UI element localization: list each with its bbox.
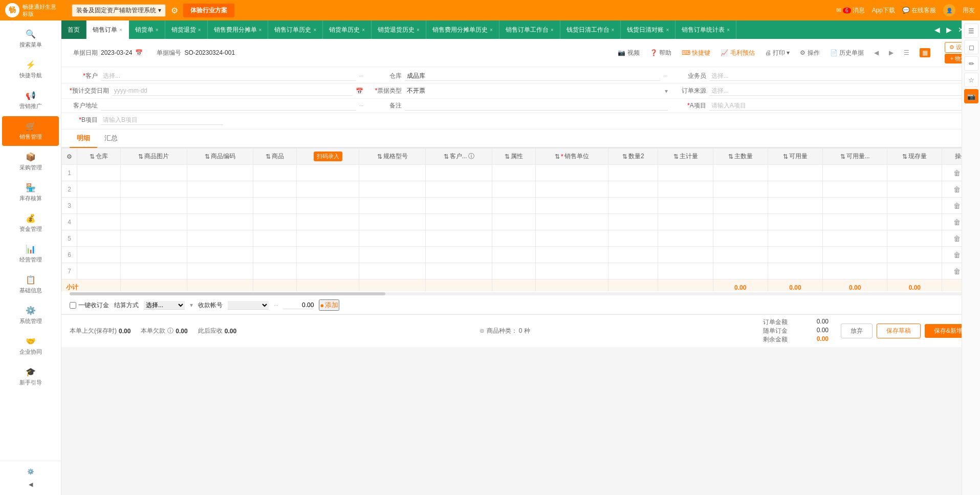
row-customer-code-2[interactable] bbox=[426, 181, 492, 198]
row-attribute-6[interactable] bbox=[492, 247, 536, 263]
tab-close-return[interactable]: × bbox=[198, 27, 201, 33]
history-icon[interactable]: 📄 历史单据 bbox=[830, 49, 864, 57]
row-main-unit-5[interactable] bbox=[658, 230, 713, 247]
sidebar-settings-btn[interactable]: ⚙️ bbox=[0, 465, 61, 478]
system-title[interactable]: 装备及固定资产辅助管理系统 ▾ bbox=[72, 4, 166, 17]
th-main-unit[interactable]: ⇅ 主计量 bbox=[658, 148, 713, 165]
delivery-calendar-icon[interactable]: 📅 bbox=[356, 88, 363, 95]
row-available2-7[interactable] bbox=[823, 263, 887, 279]
amount-input[interactable] bbox=[283, 302, 314, 309]
row-product-image-4[interactable] bbox=[120, 214, 187, 230]
tab-order-history[interactable]: 销售订单历史 × bbox=[268, 20, 323, 39]
help-icon[interactable]: ❓ 帮助 bbox=[650, 49, 671, 57]
row-unit-2[interactable] bbox=[535, 181, 608, 198]
row-available2-5[interactable] bbox=[823, 230, 887, 247]
tab-close-order-history[interactable]: × bbox=[313, 27, 316, 33]
b-project-input[interactable] bbox=[101, 115, 223, 125]
th-qty2[interactable]: ⇅ 数量2 bbox=[608, 148, 658, 165]
row-product-name-5[interactable] bbox=[253, 230, 297, 247]
row-delete-icon-6[interactable]: 🗑 bbox=[953, 251, 961, 259]
row-product-image-6[interactable] bbox=[120, 247, 187, 263]
row-warehouse-2[interactable] bbox=[77, 181, 121, 198]
row-warehouse-7[interactable] bbox=[77, 263, 121, 279]
account-select[interactable] bbox=[228, 301, 269, 310]
row-attribute-2[interactable] bbox=[492, 181, 536, 198]
row-delete-icon-4[interactable]: 🗑 bbox=[953, 218, 961, 226]
row-available-4[interactable] bbox=[768, 214, 822, 230]
row-product-code-2[interactable] bbox=[187, 181, 253, 198]
row-available-3[interactable] bbox=[768, 198, 822, 214]
row-main-unit-4[interactable] bbox=[658, 214, 713, 230]
th-customer-code[interactable]: ⇅ 客户... ⓘ bbox=[426, 148, 492, 165]
tab-close-invoice[interactable]: × bbox=[156, 27, 159, 33]
profit-forecast-icon[interactable]: 📈 毛利预估 bbox=[721, 49, 754, 57]
message-icon[interactable]: ✉ 6 消息 bbox=[836, 6, 865, 15]
row-main-qty-6[interactable] bbox=[713, 247, 768, 263]
tab-invoice-history[interactable]: 销货单历史 × bbox=[323, 20, 372, 39]
shortcut-icon[interactable]: ⌨ 快捷键 bbox=[682, 49, 710, 57]
row-unit-3[interactable] bbox=[535, 198, 608, 214]
tab-daily-workbench[interactable]: 钱货日清工作台 × bbox=[560, 20, 621, 39]
row-main-qty-2[interactable] bbox=[713, 181, 768, 198]
add-payment-button[interactable]: ● 添加 bbox=[319, 299, 339, 311]
row-main-qty-7[interactable] bbox=[713, 263, 768, 279]
tab-close-invoice-history[interactable]: × bbox=[362, 27, 365, 33]
row-main-qty-4[interactable] bbox=[713, 214, 768, 230]
tab-close-expense-split[interactable]: × bbox=[259, 27, 262, 33]
row-warehouse-3[interactable] bbox=[77, 198, 121, 214]
view-icon[interactable]: 📷 视频 bbox=[618, 49, 639, 57]
tab-expense-split[interactable]: 销售费用分摊单 × bbox=[208, 20, 269, 39]
sidebar-item-finance[interactable]: 💰 资金管理 bbox=[2, 208, 59, 238]
right-icon-list[interactable]: ☰ bbox=[964, 24, 978, 38]
right-icon-edit[interactable]: ✏ bbox=[964, 56, 978, 71]
tab-close-expense-history[interactable]: × bbox=[490, 27, 493, 33]
tab-detail[interactable]: 明细 bbox=[70, 130, 97, 148]
th-scan[interactable]: 扫码录入 bbox=[297, 148, 359, 165]
row-product-code-1[interactable] bbox=[187, 165, 253, 181]
row-available-2[interactable] bbox=[768, 181, 822, 198]
row-unit-5[interactable] bbox=[535, 230, 608, 247]
th-attribute[interactable]: ⇅ 属性 bbox=[492, 148, 536, 165]
sidebar-item-business[interactable]: 📊 经营管理 bbox=[2, 239, 59, 269]
auto-checkout-input[interactable] bbox=[70, 302, 76, 309]
tab-home[interactable]: 首页 bbox=[61, 20, 86, 39]
th-spec[interactable]: ⇅ 规格型号 bbox=[359, 148, 426, 165]
tab-close-order-workbench[interactable]: × bbox=[551, 27, 554, 33]
remark-input[interactable] bbox=[405, 101, 667, 111]
industry-plan-button[interactable]: 体验行业方案 bbox=[183, 4, 234, 17]
row-customer-code-6[interactable] bbox=[426, 247, 492, 263]
row-unit-6[interactable] bbox=[535, 247, 608, 263]
row-customer-code-4[interactable] bbox=[426, 214, 492, 230]
sidebar-item-sales[interactable]: 🛒 销售管理 bbox=[2, 116, 59, 146]
right-icon-star[interactable]: ☆ bbox=[964, 73, 978, 87]
row-unit-4[interactable] bbox=[535, 214, 608, 230]
row-attribute-5[interactable] bbox=[492, 230, 536, 247]
row-delete-icon-7[interactable]: 🗑 bbox=[953, 267, 961, 275]
th-unit[interactable]: ⇅ * 销售单位 bbox=[535, 148, 608, 165]
row-available-1[interactable] bbox=[768, 165, 822, 181]
tab-return-history[interactable]: 销货退货历史 × bbox=[372, 20, 426, 39]
row-qty2-1[interactable] bbox=[608, 165, 658, 181]
warehouse-more-icon[interactable]: ··· bbox=[663, 73, 667, 79]
warehouse-input[interactable] bbox=[405, 71, 660, 81]
row-delete-icon-2[interactable]: 🗑 bbox=[953, 185, 961, 193]
nav-prev-icon[interactable]: ◀ bbox=[874, 49, 879, 56]
row-available2-2[interactable] bbox=[823, 181, 887, 198]
sidebar-item-search[interactable]: 🔍 搜索菜单 bbox=[2, 24, 59, 54]
nav-next-icon[interactable]: ▶ bbox=[889, 49, 894, 56]
row-stock-4[interactable] bbox=[887, 214, 942, 230]
salesperson-input[interactable] bbox=[709, 71, 965, 81]
invoice-dropdown-icon[interactable]: ▾ bbox=[665, 88, 668, 95]
scan-btn[interactable]: 扫码录入 bbox=[314, 152, 342, 161]
tab-scroll-left[interactable]: ◀ bbox=[931, 26, 943, 34]
online-service-link[interactable]: 💬 在线客服 bbox=[902, 6, 936, 15]
addr-more-icon[interactable]: ··· bbox=[359, 103, 363, 109]
row-main-unit-1[interactable] bbox=[658, 165, 713, 181]
row-qty2-5[interactable] bbox=[608, 230, 658, 247]
table-container[interactable]: ⚙ ⇅ 仓库 ⇅ 商品图片 bbox=[61, 148, 980, 291]
row-qty2-6[interactable] bbox=[608, 247, 658, 263]
row-stock-6[interactable] bbox=[887, 247, 942, 263]
app-download-link[interactable]: App下载 bbox=[872, 6, 895, 15]
calc-method-select[interactable]: 选择... bbox=[144, 301, 185, 310]
row-attribute-3[interactable] bbox=[492, 198, 536, 214]
